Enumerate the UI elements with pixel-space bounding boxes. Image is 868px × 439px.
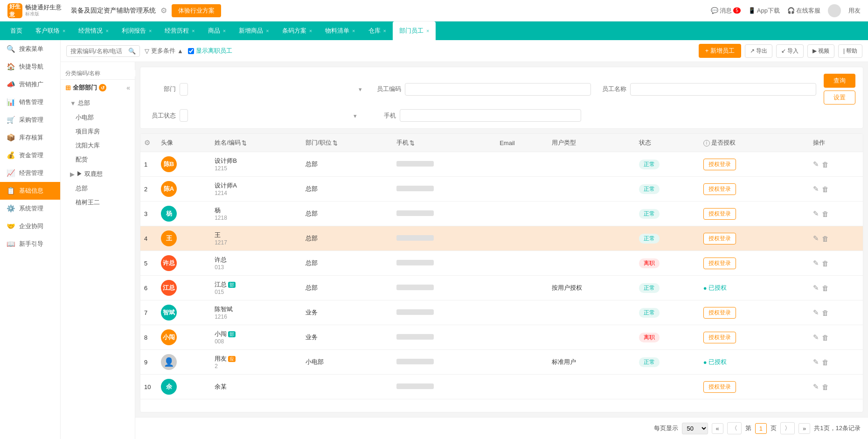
dept-sub-node-项目库房[interactable]: 项目库房 — [61, 125, 135, 139]
sidebar-item-基础信息[interactable]: 📋基础信息 — [0, 182, 60, 200]
help-button[interactable]: | 帮助 — [838, 44, 862, 58]
last-page-btn[interactable]: » — [799, 423, 810, 434]
auth-button[interactable]: 授权登录 — [703, 208, 736, 220]
nav-tab-物料清单[interactable]: 物料清单× — [319, 21, 361, 40]
nav-tab-利润报告[interactable]: 利润报告× — [115, 21, 158, 40]
delete-button[interactable]: 🗑 — [822, 334, 829, 341]
tab-close-icon[interactable]: × — [149, 28, 152, 34]
message-btn[interactable]: 💬 消息 5 — [711, 7, 741, 15]
col-dept[interactable]: 部门/职位 ⇅ — [302, 134, 393, 152]
nav-tab-首页[interactable]: 首页 — [4, 21, 29, 40]
tab-close-icon[interactable]: × — [105, 28, 108, 34]
nav-tab-部门员工[interactable]: 部门员工× — [393, 21, 436, 40]
resigned-checkbox-input[interactable] — [188, 48, 194, 54]
tab-close-icon[interactable]: × — [426, 28, 429, 34]
edit-button[interactable]: ✎ — [813, 185, 819, 193]
col-name[interactable]: 姓名/编码 ⇅ — [211, 134, 302, 152]
import-button[interactable]: ↙ 导入 — [776, 44, 804, 58]
tab-close-icon[interactable]: × — [62, 28, 65, 34]
sidebar-item-系统管理[interactable]: ⚙️系统管理 — [0, 200, 60, 217]
query-button[interactable]: 查询 — [824, 74, 855, 88]
edit-button[interactable]: ✎ — [813, 383, 819, 391]
delete-button[interactable]: 🗑 — [822, 358, 829, 366]
video-button[interactable]: ▶ 视频 — [807, 44, 834, 58]
page-size-select[interactable]: 50 20 100 — [682, 423, 708, 434]
col-settings[interactable]: ⚙ — [140, 134, 157, 152]
delete-button[interactable]: 🗑 — [822, 210, 829, 218]
nav-tab-客户联络[interactable]: 客户联络× — [29, 21, 72, 40]
delete-button[interactable]: 🗑 — [822, 309, 829, 317]
auth-button[interactable]: 授权登录 — [703, 381, 736, 393]
nav-tab-商品[interactable]: 商品× — [201, 21, 232, 40]
sidebar-item-采购管理[interactable]: 🛒采购管理 — [0, 111, 60, 129]
edit-button[interactable]: ✎ — [813, 333, 819, 341]
tab-close-icon[interactable]: × — [309, 28, 312, 34]
phone-input[interactable] — [400, 109, 581, 122]
col-settings-icon[interactable]: ⚙ — [144, 139, 150, 146]
dept-search-input[interactable] — [65, 70, 135, 77]
export-button[interactable]: ↗ 导出 — [745, 44, 772, 58]
tab-close-icon[interactable]: × — [266, 28, 269, 34]
edit-button[interactable]: ✎ — [813, 259, 819, 267]
settings-icon[interactable]: ⚙ — [160, 6, 167, 15]
nav-tab-经营历程[interactable]: 经营历程× — [158, 21, 201, 40]
auth-info-icon[interactable]: i — [703, 140, 710, 146]
delete-button[interactable]: 🗑 — [822, 284, 829, 292]
edit-button[interactable]: ✎ — [813, 308, 819, 317]
online-service-btn[interactable]: 🎧 在线客服 — [787, 7, 820, 15]
trial-button[interactable]: 体验行业方案 — [172, 4, 221, 17]
sidebar-item-经营管理[interactable]: 📈经营管理 — [0, 164, 60, 182]
edit-button[interactable]: ✎ — [813, 209, 819, 218]
tab-close-icon[interactable]: × — [383, 28, 386, 34]
search-box[interactable]: 🔍 — [66, 45, 140, 57]
dept-all-btn[interactable]: ⊞ 全部部门 ↺ — [65, 84, 106, 92]
search-input[interactable] — [70, 48, 126, 55]
prev-page-btn[interactable]: 〈 — [727, 422, 742, 434]
add-employee-button[interactable]: + 新增员工 — [699, 44, 741, 58]
dept-sub-node-植树王二[interactable]: 植树王二 — [61, 195, 135, 209]
set-button[interactable]: 设置 — [824, 91, 855, 105]
tab-close-icon[interactable]: × — [223, 28, 226, 34]
dept-collapse-btn[interactable]: « — [126, 84, 130, 91]
sidebar-item-企业协同[interactable]: 🤝企业协同 — [0, 217, 60, 235]
auth-button[interactable]: 授权登录 — [703, 258, 736, 269]
nav-tab-条码方案[interactable]: 条码方案× — [276, 21, 319, 40]
delete-button[interactable]: 🗑 — [822, 185, 829, 193]
dept-sub-node-沈阳大库[interactable]: 沈阳大库 — [61, 139, 135, 153]
dept-node-总部[interactable]: ▼ 总部 — [61, 96, 135, 111]
edit-button[interactable]: ✎ — [813, 234, 819, 243]
tab-close-icon[interactable]: × — [352, 28, 355, 34]
auth-button[interactable]: 授权登录 — [703, 183, 736, 195]
edit-button[interactable]: ✎ — [813, 358, 819, 366]
edit-button[interactable]: ✎ — [813, 284, 819, 292]
search-icon[interactable]: 🔍 — [128, 48, 136, 55]
auth-button[interactable]: 授权登录 — [703, 332, 736, 343]
delete-button[interactable]: 🗑 — [822, 235, 829, 243]
sidebar-item-搜索菜单[interactable]: 🔍搜索菜单 — [0, 40, 60, 58]
first-page-btn[interactable]: « — [712, 423, 723, 434]
dept-node-▶ 双鹿想[interactable]: ▶ ▶ 双鹿想 — [61, 167, 135, 181]
app-download-btn[interactable]: 📱 App下载 — [748, 7, 780, 15]
tab-close-icon[interactable]: × — [192, 28, 194, 34]
auth-button[interactable]: 授权登录 — [703, 233, 736, 244]
sidebar-item-资金管理[interactable]: 💰资金管理 — [0, 146, 60, 164]
nav-tab-仓库[interactable]: 仓库× — [362, 21, 393, 40]
auth-button[interactable]: 授权登录 — [703, 159, 736, 170]
col-phone[interactable]: 手机 ⇅ — [393, 134, 496, 152]
sidebar-item-快捷导航[interactable]: 🏠快捷导航 — [0, 58, 60, 76]
next-page-btn[interactable]: 〉 — [780, 422, 795, 434]
delete-button[interactable]: 🗑 — [822, 383, 829, 391]
sidebar-item-库存核算[interactable]: 📦库存核算 — [0, 129, 60, 146]
emp-status-select[interactable] — [180, 109, 188, 122]
nav-tab-新增商品[interactable]: 新增商品× — [232, 21, 275, 40]
edit-button[interactable]: ✎ — [813, 160, 819, 168]
sidebar-item-新手引导[interactable]: 📖新手引导 — [0, 235, 60, 253]
auth-button[interactable]: 授权登录 — [703, 307, 736, 319]
delete-button[interactable]: 🗑 — [822, 259, 829, 267]
dept-select[interactable] — [180, 83, 188, 96]
dept-sub-node-配货[interactable]: 配货 — [61, 153, 135, 167]
current-page[interactable]: 1 — [755, 423, 767, 434]
emp-code-input[interactable] — [405, 83, 591, 96]
more-conditions-btn[interactable]: ▽ 更多条件 ▲ — [145, 47, 183, 55]
nav-tab-经营情况[interactable]: 经营情况× — [72, 21, 115, 40]
